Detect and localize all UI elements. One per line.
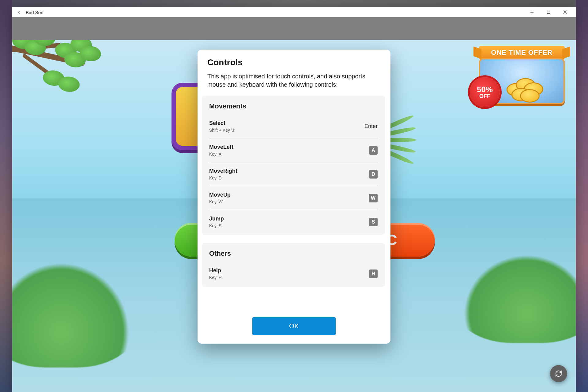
control-row: MoveUpKey 'W'W bbox=[209, 186, 378, 210]
control-hint: Key 'H' bbox=[209, 275, 222, 280]
back-button[interactable] bbox=[15, 8, 23, 17]
control-name: MoveRight bbox=[209, 168, 237, 174]
control-key: Enter bbox=[364, 123, 378, 130]
control-row-left: MoveUpKey 'W' bbox=[209, 192, 231, 204]
control-row: MoveRightKey 'D'D bbox=[209, 162, 378, 186]
desktop-background-left bbox=[0, 0, 12, 392]
discount-badge: 50% OFF bbox=[470, 77, 500, 107]
game-viewport: C C ONE TIME OFFER 50% OFF bbox=[12, 40, 576, 392]
control-row-left: MoveRightKey 'D' bbox=[209, 168, 237, 180]
control-row: HelpKey 'H'H bbox=[209, 262, 378, 284]
control-name: MoveLeft bbox=[209, 144, 233, 150]
control-key: H bbox=[369, 270, 378, 278]
maximize-icon bbox=[546, 10, 551, 14]
toolbar-placeholder bbox=[12, 17, 576, 40]
refresh-fab[interactable] bbox=[550, 365, 567, 382]
dialog-header: Controls This app is optimised for touch… bbox=[198, 50, 390, 91]
refresh-icon bbox=[555, 370, 562, 377]
close-button[interactable] bbox=[557, 7, 573, 17]
discount-label: OFF bbox=[479, 93, 490, 99]
control-key: D bbox=[369, 170, 378, 179]
offer-ribbon-text: ONE TIME OFFER bbox=[491, 49, 553, 57]
section-title: Movements bbox=[209, 102, 378, 110]
controls-section: OthersHelpKey 'H'H bbox=[202, 243, 385, 287]
control-hint: Shift + Key 'J' bbox=[209, 128, 235, 133]
app-window: Bird Sort bbox=[12, 7, 576, 392]
desktop-background-right bbox=[576, 0, 588, 392]
control-row-left: MoveLeftKey 'A' bbox=[209, 144, 233, 156]
control-name: Help bbox=[209, 267, 222, 274]
control-key: S bbox=[369, 218, 378, 226]
control-hint: Key 'A' bbox=[209, 152, 233, 156]
window-controls bbox=[524, 7, 573, 17]
tree-branch-graphic bbox=[12, 40, 129, 113]
control-row-left: SelectShift + Key 'J' bbox=[209, 120, 235, 133]
control-key: W bbox=[369, 194, 378, 202]
maximize-button[interactable] bbox=[540, 7, 557, 17]
control-row-left: JumpKey 'S' bbox=[209, 216, 224, 228]
dialog-footer: OK bbox=[198, 311, 390, 344]
control-row: JumpKey 'S'S bbox=[209, 210, 378, 232]
desktop-background-top bbox=[0, 0, 588, 7]
control-row-left: HelpKey 'H' bbox=[209, 267, 222, 280]
dialog-subtitle: This app is optimised for touch controls… bbox=[207, 72, 381, 89]
control-key: A bbox=[369, 146, 378, 155]
svg-rect-1 bbox=[547, 11, 550, 14]
control-name: Select bbox=[209, 120, 235, 126]
control-hint: Key 'S' bbox=[209, 223, 224, 228]
discount-pct: 50% bbox=[477, 85, 493, 93]
control-hint: Key 'W' bbox=[209, 199, 231, 204]
arrow-left-icon bbox=[17, 10, 21, 15]
controls-section: MovementsSelectShift + Key 'J'EnterMoveL… bbox=[202, 96, 385, 235]
control-row: SelectShift + Key 'J'Enter bbox=[209, 115, 378, 138]
dialog-title: Controls bbox=[207, 58, 381, 67]
close-icon bbox=[563, 10, 567, 14]
app-title: Bird Sort bbox=[26, 10, 43, 15]
minimize-button[interactable] bbox=[524, 7, 540, 17]
control-name: MoveUp bbox=[209, 192, 231, 198]
section-title: Others bbox=[209, 250, 378, 258]
minimize-icon bbox=[530, 10, 534, 14]
dialog-scroll-area[interactable]: MovementsSelectShift + Key 'J'EnterMoveL… bbox=[202, 96, 386, 311]
control-hint: Key 'D' bbox=[209, 175, 237, 180]
offer-plate: 50% OFF bbox=[479, 58, 565, 104]
controls-dialog: Controls This app is optimised for touch… bbox=[198, 50, 390, 344]
control-name: Jump bbox=[209, 216, 224, 222]
control-row: MoveLeftKey 'A'A bbox=[209, 138, 378, 162]
title-bar: Bird Sort bbox=[12, 7, 576, 17]
ok-button[interactable]: OK bbox=[252, 317, 336, 335]
offer-panel[interactable]: ONE TIME OFFER 50% OFF bbox=[479, 46, 565, 104]
offer-ribbon: ONE TIME OFFER bbox=[479, 46, 565, 59]
